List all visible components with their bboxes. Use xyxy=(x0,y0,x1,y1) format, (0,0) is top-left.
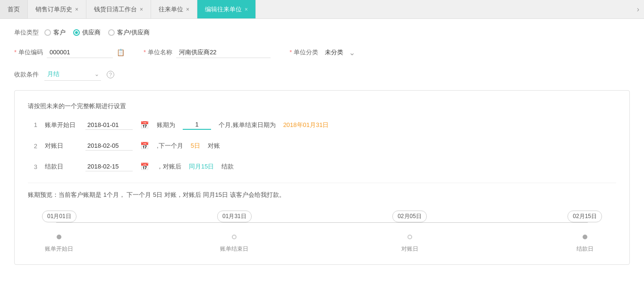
reconcile-suffix-before: ,下一个月 xyxy=(157,142,183,150)
radio-both-label: 客户/供应商 xyxy=(117,28,150,37)
start-date-input[interactable] xyxy=(85,120,133,130)
unit-type-row: 单位类型 客户 供应商 客户/供应商 xyxy=(14,28,630,37)
preview-orange2: 5日 xyxy=(153,186,162,203)
payment-value: 月结 xyxy=(44,68,93,80)
tl-sub-3: 结款日 xyxy=(576,245,593,253)
tab-cashflow-label: 钱货日清工作台 xyxy=(94,5,137,14)
tab-edit-unit-close[interactable]: × xyxy=(245,6,248,13)
unit-classify-select[interactable]: 未分类 ⌄ xyxy=(322,46,355,59)
payment-dropdown-arrow[interactable]: ⌄ xyxy=(93,71,101,77)
period-label: 账期为 xyxy=(157,121,175,129)
tab-unit-label: 往来单位 xyxy=(159,5,183,14)
unit-name-label: 单位名称 xyxy=(144,48,172,57)
payment-suffix-before: ，对账后 xyxy=(157,162,181,171)
preview-label: 账期预览：当前客户账期是 xyxy=(28,186,102,203)
period-input[interactable] xyxy=(183,120,211,130)
tl-node-1: 01月31日 账单结束日 xyxy=(217,211,252,253)
radio-both[interactable]: 客户/供应商 xyxy=(108,28,150,37)
timeline: 01月01日 账单开始日 01月31日 账单结束日 02月05日 对账日 02月… xyxy=(28,211,616,253)
reconcile-suffix-after: 对账 xyxy=(208,142,220,150)
tab-cashflow[interactable]: 钱货日清工作台 × xyxy=(86,0,151,18)
help-icon[interactable]: ? xyxy=(107,71,114,78)
tab-unit[interactable]: 往来单位 × xyxy=(151,0,197,18)
payment-row: 收款条件 月结 ⌄ ? xyxy=(14,68,630,81)
tl-dot-0 xyxy=(57,235,61,239)
tl-sub-0: 账单开始日 xyxy=(45,245,73,253)
setting-row-3: 3 结款日 📅 ，对账后 同月15日 结款 xyxy=(28,162,616,171)
tl-node-2: 02月05日 对账日 xyxy=(392,211,427,253)
start-date-cal-icon[interactable]: 📅 xyxy=(140,121,149,129)
preview-text1: 下一个月 xyxy=(127,186,151,203)
row-num-1: 1 xyxy=(28,121,37,128)
tl-node-3: 02月15日 结款日 xyxy=(568,211,602,253)
setting-row-1: 1 账单开始日 📅 账期为 个月,账单结束日期为 2018年01月31日 xyxy=(28,120,616,130)
radio-customer-label: 客户 xyxy=(53,28,66,37)
payment-suffix-teal: 同月15日 xyxy=(189,162,214,171)
unit-name-input[interactable] xyxy=(176,47,271,58)
reconcile-date-input[interactable] xyxy=(85,141,133,151)
tab-unit-close[interactable]: × xyxy=(186,6,189,13)
row-label-2: 对账日 xyxy=(45,142,78,150)
panel-title: 请按照未来的一个完整帐期进行设置 xyxy=(28,102,616,110)
preview-orange1: 1个月， xyxy=(103,186,125,203)
radio-both-circle xyxy=(108,29,115,36)
radio-supplier-circle xyxy=(73,29,80,36)
unit-info-row: 单位编码 📋 单位名称 单位分类 未分类 ⌄ xyxy=(14,46,630,59)
payment-date-input[interactable] xyxy=(85,162,133,171)
unit-classify-label: 单位分类 xyxy=(289,48,318,57)
tl-sub-1: 账单结束日 xyxy=(220,245,248,253)
row-num-3: 3 xyxy=(28,163,37,170)
tab-expand-button[interactable]: › xyxy=(632,0,644,18)
main-content: 单位类型 客户 供应商 客户/供应商 单位编码 📋 单位名称 xyxy=(0,19,644,287)
tl-badge-2: 02月05日 xyxy=(392,211,427,222)
period-unit-text: 个月,账单结束日期为 xyxy=(219,121,276,129)
tl-dot-2 xyxy=(407,235,412,239)
tab-cashflow-close[interactable]: × xyxy=(140,6,143,13)
unit-classify-value: 未分类 xyxy=(322,46,346,59)
preview-text3: 该客户会给我打款。 xyxy=(230,186,285,203)
setting-row-2: 2 对账日 📅 ,下一个月 5日 对账 xyxy=(28,141,616,151)
row-num-2: 2 xyxy=(28,143,37,150)
tl-badge-3: 02月15日 xyxy=(568,211,602,222)
period-end-date: 2018年01月31日 xyxy=(283,121,329,129)
tl-sub-2: 对账日 xyxy=(401,245,418,253)
copy-icon[interactable]: 📋 xyxy=(117,49,125,56)
payment-cal-icon[interactable]: 📅 xyxy=(140,162,149,171)
payment-suffix-after: 结款 xyxy=(221,162,234,171)
reconcile-suffix-orange: 5日 xyxy=(191,142,200,150)
radio-supplier[interactable]: 供应商 xyxy=(73,28,101,37)
timeline-nodes: 01月01日 账单开始日 01月31日 账单结束日 02月05日 对账日 02月… xyxy=(42,211,602,253)
tl-badge-1: 01月31日 xyxy=(217,211,252,222)
tab-sales-history-close[interactable]: × xyxy=(75,6,78,13)
settings-panel: 请按照未来的一个完整帐期进行设置 1 账单开始日 📅 账期为 个月,账单结束日期… xyxy=(14,90,630,265)
unit-code-input[interactable] xyxy=(47,47,113,58)
tab-edit-unit[interactable]: 编辑往来单位 × xyxy=(197,0,256,18)
preview-teal: 同月15日 xyxy=(203,186,228,203)
preview-text2: 对账，对账后 xyxy=(164,186,201,203)
tab-edit-unit-label: 编辑往来单位 xyxy=(205,5,242,14)
payment-label: 收款条件 xyxy=(14,70,39,79)
payment-select[interactable]: 月结 ⌄ xyxy=(44,68,101,81)
unit-code-label: 单位编码 xyxy=(14,48,43,57)
tab-bar: 首页 销售订单历史 × 钱货日清工作台 × 往来单位 × 编辑往来单位 × › xyxy=(0,0,644,19)
row-label-1: 账单开始日 xyxy=(45,121,78,129)
tl-dot-1 xyxy=(232,235,237,239)
row-label-3: 结款日 xyxy=(45,162,78,171)
tl-badge-0: 01月01日 xyxy=(42,211,76,222)
unit-type-label: 单位类型 xyxy=(14,28,39,37)
unit-classify-arrow-icon[interactable]: ⌄ xyxy=(349,48,355,57)
reconcile-cal-icon[interactable]: 📅 xyxy=(140,142,149,150)
radio-customer[interactable]: 客户 xyxy=(44,28,66,37)
radio-supplier-label: 供应商 xyxy=(82,28,101,37)
tab-home[interactable]: 首页 xyxy=(0,0,28,18)
unit-type-radio-group: 客户 供应商 客户/供应商 xyxy=(44,28,150,37)
tl-node-0: 01月01日 账单开始日 xyxy=(42,211,76,253)
tab-sales-history[interactable]: 销售订单历史 × xyxy=(28,0,86,18)
tl-dot-3 xyxy=(583,235,587,239)
radio-customer-circle xyxy=(44,29,51,36)
tab-home-label: 首页 xyxy=(8,5,20,14)
tab-sales-history-label: 销售订单历史 xyxy=(35,5,72,14)
